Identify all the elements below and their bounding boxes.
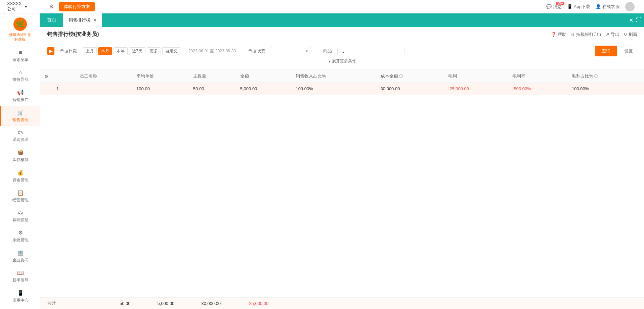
sidebar: 🌿 畅康通好生意标准版 ≡ 搜索菜单 ⌂ 快捷导航 📢 营销推广 🛒 销售管理 … (0, 13, 40, 309)
export-icon: ↗ (606, 32, 609, 37)
message-button[interactable]: 💬 消息 99+ (546, 4, 562, 10)
cell-amount: 5,000.00 (236, 83, 292, 95)
tab-close-icon[interactable]: ✕ (93, 18, 96, 22)
company-selector[interactable]: XXXXX公司 ▾ (4, 0, 44, 14)
help-button[interactable]: ❓ 帮助 (551, 32, 566, 38)
print-icon: 🖨 (570, 32, 575, 37)
status-label: 单据状态 (248, 48, 265, 54)
col-rank (52, 70, 76, 83)
col-name: 员工名称 (76, 70, 132, 83)
table-footer: 合计 50.00 5,000.00 30,000.00 -25,000.00 (40, 297, 644, 309)
try-industry-button[interactable]: 体验行业方案 (59, 2, 95, 11)
marketing-icon: 📢 (17, 89, 24, 96)
sidebar-item-guide[interactable]: 📖 新手引导 (0, 266, 40, 287)
date-btn-last-month[interactable]: 上月 (83, 47, 97, 55)
service-icon: 👤 (596, 4, 601, 9)
col-cost: 成本全额 ⓘ (377, 70, 444, 83)
export-button[interactable]: ↗ 导出 (606, 32, 619, 38)
sidebar-logo: 🌿 畅康通好生意标准版 (0, 13, 40, 46)
system-icon: ⚙ (18, 229, 23, 236)
date-range: 2023-06-01 至 2023-06-30 (188, 48, 236, 54)
cell-qty: 50.00 (189, 83, 236, 95)
status-select-wrapper (271, 47, 311, 55)
content-area: 首页 销售排行榜 ✕ ✕ ⛶ 销售排行榜(按业务员) ❓ 帮助 (40, 13, 644, 309)
tab-sales-ranking[interactable]: 销售排行榜 ✕ (63, 13, 102, 27)
filter-bar: ▶ 单据日期 上月 本月 本年 近7天 更多 自定义 2023-06-01 至 … (40, 42, 644, 70)
tab-home[interactable]: 首页 (40, 13, 63, 27)
cell-sales-pct: 100.00% (292, 83, 376, 95)
sidebar-item-operation[interactable]: 📋 经营管理 (0, 186, 40, 206)
cell-settings (40, 83, 52, 95)
cell-gross: -25,000.00 (444, 83, 508, 95)
footer-gross: -25,000.00 (248, 301, 268, 306)
date-btn-7days[interactable]: 近7天 (129, 47, 145, 55)
goods-label: 商品 (323, 48, 332, 54)
sidebar-item-marketing[interactable]: 📢 营销推广 (0, 86, 40, 106)
settings-icon[interactable]: ⚙ (47, 2, 56, 11)
cell-avg-price: 100.00 (132, 83, 189, 95)
operation-icon: 📋 (17, 190, 24, 196)
refresh-button[interactable]: ↻ 刷新 (624, 32, 637, 38)
gross-pct-info-icon[interactable]: ⓘ (594, 74, 598, 78)
print-chevron-icon: ▾ (599, 32, 602, 37)
main-layout: 🌿 畅康通好生意标准版 ≡ 搜索菜单 ⌂ 快捷导航 📢 营销推广 🛒 销售管理 … (0, 13, 644, 309)
footer-amount: 5,000.00 (158, 301, 175, 306)
date-btn-more[interactable]: 更多 (147, 47, 161, 55)
guide-icon: 📖 (17, 270, 24, 276)
cost-info-icon[interactable]: ⓘ (399, 74, 403, 78)
sidebar-item-search[interactable]: ≡ 搜索菜单 (0, 46, 40, 66)
purchase-icon: 🛍 (18, 130, 23, 136)
cell-gross-rate: -500.00% (508, 83, 568, 95)
col-sales-pct: 销售收入占比% (292, 70, 376, 83)
sidebar-item-enterprise[interactable]: 🏢 企业协同 (0, 246, 40, 266)
app-center-icon: 📱 (17, 290, 24, 296)
sidebar-item-finance[interactable]: 💰 资金管理 (0, 166, 40, 186)
sidebar-item-wechat[interactable]: 💬 企业微信 (0, 307, 40, 309)
sidebar-item-basic[interactable]: 🗂 基础信息 (0, 206, 40, 226)
app-download-button[interactable]: 📱 App下载 (567, 4, 590, 10)
page-actions: ❓ 帮助 🖨 按模板打印 ▾ ↗ 导出 ↻ 刷新 (551, 32, 637, 38)
col-amount: 全额 (236, 70, 292, 83)
status-select[interactable] (271, 47, 311, 55)
cell-gross-pct: 100.00% (568, 83, 644, 95)
top-bar: XXXXX公司 ▾ ⚙ 体验行业方案 💬 消息 99+ 📱 App下载 👤 在线… (0, 0, 644, 13)
footer-label: 合计 (47, 300, 56, 306)
logo-icon: 🌿 (13, 17, 27, 31)
online-service-button[interactable]: 👤 在线客服 (596, 4, 620, 10)
app-icon: 📱 (567, 4, 572, 9)
top-right-actions: 💬 消息 99+ 📱 App下载 👤 在线客服 (546, 2, 640, 11)
tab-maximize-icon[interactable]: ⛶ (636, 17, 641, 23)
page-content: 销售排行榜(按业务员) ❓ 帮助 🖨 按模板打印 ▾ ↗ 导出 (40, 27, 644, 309)
date-btn-custom[interactable]: 自定义 (162, 47, 180, 55)
basic-icon: 🗂 (18, 210, 23, 216)
date-btn-this-month[interactable]: 本月 (98, 47, 112, 55)
refresh-icon: ↻ (624, 32, 627, 37)
query-button[interactable]: 查询 (595, 46, 617, 56)
sidebar-item-inventory[interactable]: 📦 库存核算 (0, 146, 40, 166)
sidebar-item-app[interactable]: 📱 应用中心 (0, 287, 40, 307)
sidebar-item-shortcut[interactable]: ⌂ 快捷导航 (0, 66, 40, 86)
date-btn-this-year[interactable]: 本年 (114, 47, 128, 55)
settings-button[interactable]: 设置 (620, 46, 637, 56)
help-icon: ❓ (551, 32, 556, 37)
table-header-row: ⚙ 员工名称 平均单价 主数量 全额 销售收入占比% 成本全额 ⓘ 毛利 毛利率… (40, 70, 644, 83)
search-icon: ≡ (19, 50, 22, 56)
filter-toggle-icon[interactable]: ▶ (47, 47, 54, 55)
cell-rank: 1 (52, 83, 76, 95)
sidebar-item-system[interactable]: ⚙ 系统管理 (0, 226, 40, 246)
logo-text: 畅康通好生意标准版 (9, 32, 31, 42)
inventory-icon: 📦 (17, 149, 24, 156)
cell-cost: 30,000.00 (377, 83, 444, 95)
sidebar-item-purchase[interactable]: 🛍 采购管理 (0, 126, 40, 146)
expand-more-button[interactable]: ▾ 展开更多条件 (329, 58, 356, 64)
sales-icon: 🛒 (17, 109, 24, 116)
tab-close-window-icon[interactable]: ✕ (629, 17, 633, 23)
goods-input[interactable] (337, 47, 404, 55)
sidebar-item-sales[interactable]: 🛒 销售管理 (0, 106, 40, 126)
chevron-down-icon: ▾ (25, 4, 41, 9)
col-settings[interactable]: ⚙ (40, 70, 52, 83)
print-button[interactable]: 🖨 按模板打印 ▾ (570, 32, 602, 38)
ranking-table: ⚙ 员工名称 平均单价 主数量 全额 销售收入占比% 成本全额 ⓘ 毛利 毛利率… (40, 70, 644, 95)
tab-bar: 首页 销售排行榜 ✕ ✕ ⛶ (40, 13, 644, 27)
avatar[interactable] (625, 2, 635, 11)
